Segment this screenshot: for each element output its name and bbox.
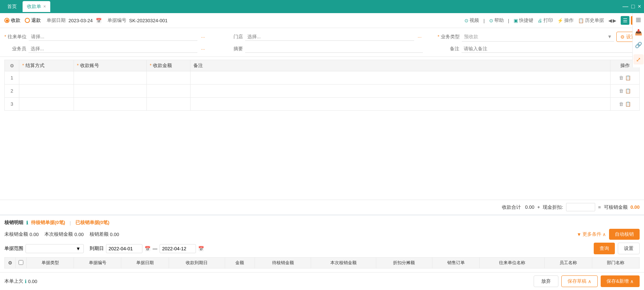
list-view-icon[interactable]: ☰ xyxy=(621,16,629,25)
video-btn[interactable]: ⊙ 视频 xyxy=(464,17,479,24)
row1-account[interactable] xyxy=(74,71,147,85)
range-select[interactable]: ▼ xyxy=(25,244,84,253)
row2-delete-icon[interactable]: 🗑 xyxy=(619,88,624,94)
main-content: 收款 退款 单据日期 2023-03-24 📅 单据编号 SK-20230324… xyxy=(0,13,644,290)
shortcut-btn[interactable]: ▣ 快捷键 xyxy=(514,17,533,24)
help-btn[interactable]: ⊙ 帮助 xyxy=(489,17,504,24)
table-row: 2 🗑 📋 xyxy=(5,85,640,98)
row2-account[interactable] xyxy=(74,85,147,98)
store-label: 门店 xyxy=(221,34,243,40)
row3-amount[interactable] xyxy=(147,98,191,111)
discount-input[interactable] xyxy=(566,203,595,211)
close-window-icon[interactable]: × xyxy=(638,3,641,10)
tab-bar: 首页 收款单 × — □ × xyxy=(0,0,644,13)
save-draft-label: 保存草稿 xyxy=(568,278,586,285)
sidebar-inbox-icon[interactable]: 📥 xyxy=(635,29,642,36)
select-all-checkbox[interactable] xyxy=(19,260,23,265)
cal-from-icon[interactable]: 📅 xyxy=(145,246,150,251)
actions-btn[interactable]: ⚡ 操作 xyxy=(557,17,574,24)
auto-cancel-btn[interactable]: 自动核销 xyxy=(609,229,640,240)
row3-account[interactable] xyxy=(74,98,147,111)
minimize-icon[interactable]: — xyxy=(623,3,628,10)
remark-input[interactable] xyxy=(462,45,640,53)
tab-pending[interactable]: 待核销单据(0笔) xyxy=(31,219,65,226)
bottom-table-settings-icon[interactable]: ⚙ xyxy=(8,260,12,266)
store-more-btn[interactable]: ··· xyxy=(416,34,423,40)
row1-remark[interactable] xyxy=(191,71,610,85)
more-conditions-btn[interactable]: ▼ 更多条件 ∧ xyxy=(577,231,606,238)
employee-more-btn[interactable]: ··· xyxy=(200,46,207,52)
row3-settlement[interactable] xyxy=(19,98,74,111)
video-icon: ⊙ xyxy=(464,18,468,23)
sidebar-table-icon[interactable]: ▦ xyxy=(636,16,641,23)
row2-settlement[interactable] xyxy=(19,85,74,98)
date-dash: — xyxy=(153,246,157,251)
tab-close-icon[interactable]: × xyxy=(43,4,46,9)
sidebar-link-icon[interactable]: 🔗 xyxy=(635,42,642,48)
total-label: 收款合计 xyxy=(502,204,521,211)
prev-arrow[interactable]: ◀ xyxy=(608,18,612,23)
print-btn[interactable]: 🖨 打印 xyxy=(538,17,553,24)
col-settlement: 结算方式 xyxy=(19,60,74,71)
tab-active-receipt[interactable]: 收款单 × xyxy=(23,1,50,12)
row3-delete-icon[interactable]: 🗑 xyxy=(619,101,624,107)
table-row: 1 🗑 📋 xyxy=(5,71,640,85)
row2-copy-icon[interactable]: 📋 xyxy=(625,88,631,94)
next-arrow[interactable]: ▶ xyxy=(613,18,616,23)
maximize-icon[interactable]: □ xyxy=(631,3,635,10)
receipt-table: ⚙ 结算方式 收款账号 收款金额 备注 操作 1 xyxy=(4,60,640,111)
history-btn[interactable]: 📋 历史单据 xyxy=(578,17,604,24)
table-settings-icon[interactable]: ⚙ xyxy=(10,63,14,68)
settings-gear-icon: ⚙ xyxy=(620,34,625,40)
col-doc-date: 单据日期 xyxy=(121,258,169,269)
date-to-input[interactable] xyxy=(160,244,196,253)
row1-settlement[interactable] xyxy=(19,71,74,85)
footer-info-icon[interactable]: ℹ xyxy=(25,279,27,284)
row1-amount[interactable] xyxy=(147,71,191,85)
help-icon: ⊙ xyxy=(489,18,493,23)
discard-btn[interactable]: 放弃 xyxy=(534,275,558,287)
row1-delete-icon[interactable]: 🗑 xyxy=(619,75,624,81)
row-num-2: 2 xyxy=(5,85,19,98)
refund-radio[interactable]: 退款 xyxy=(25,17,41,24)
doc-date-label: 单据日期 xyxy=(47,17,66,24)
partner-more-btn[interactable]: ··· xyxy=(200,34,207,40)
business-type-select[interactable]: 预收款 ▼ xyxy=(462,32,614,42)
col-current: 本次核销金额 xyxy=(311,258,376,269)
partner-input[interactable] xyxy=(29,33,197,41)
date-from-input[interactable] xyxy=(106,244,142,253)
remark-field: 备注 xyxy=(437,45,640,53)
calendar-icon[interactable]: 📅 xyxy=(96,18,102,23)
summary-field: 摘要 xyxy=(221,45,423,53)
prev-label: 本单上欠 xyxy=(4,278,23,285)
employee-input[interactable] xyxy=(28,45,197,53)
separator2: | xyxy=(508,18,509,23)
row2-amount[interactable] xyxy=(147,85,191,98)
settings-panel-btn[interactable]: 设置 xyxy=(618,243,640,254)
tab-home[interactable]: 首页 xyxy=(3,1,21,12)
receipt-radio[interactable]: 收款 xyxy=(4,17,20,24)
save-new-btn[interactable]: 保存&新增 ∧ xyxy=(601,275,640,287)
tab-completed[interactable]: 已核销单据(0笔) xyxy=(75,219,110,226)
range-arrow-icon: ▼ xyxy=(76,246,80,251)
range-filter: 单据范围 ▼ xyxy=(4,244,84,253)
business-type-value: 预收款 xyxy=(464,34,478,40)
due-date-filter: 到期日 📅 — 📅 xyxy=(90,244,204,253)
row3-remark[interactable] xyxy=(191,98,610,111)
help-label: 帮助 xyxy=(494,17,504,24)
filter-icon: ▼ xyxy=(577,232,581,237)
net-value: 0.00 xyxy=(631,204,640,210)
panel-info-icon[interactable]: ℹ xyxy=(26,220,28,226)
query-btn[interactable]: 查询 xyxy=(594,243,615,254)
current-value: 0.00 xyxy=(74,232,83,237)
row3-copy-icon[interactable]: 📋 xyxy=(625,101,631,107)
col-employee: 员工名称 xyxy=(545,258,592,269)
row1-copy-icon[interactable]: 📋 xyxy=(625,75,631,81)
row2-remark[interactable] xyxy=(191,85,610,98)
sidebar-expand-icon[interactable]: ⤢ xyxy=(633,54,644,64)
tab-active-label: 收款单 xyxy=(27,3,41,10)
save-draft-btn[interactable]: 保存草稿 ∧ xyxy=(561,275,598,287)
cal-to-icon[interactable]: 📅 xyxy=(198,246,204,251)
summary-input[interactable] xyxy=(245,45,423,53)
store-input[interactable] xyxy=(245,33,414,41)
